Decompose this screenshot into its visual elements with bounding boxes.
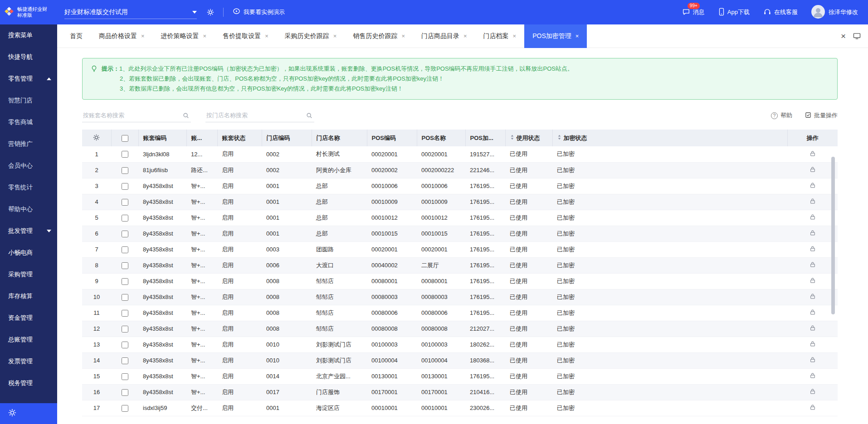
lock-icon[interactable] (809, 214, 816, 220)
sidebar-item-11[interactable]: 采购管理 (0, 264, 57, 285)
tab-item-4[interactable]: 采购历史价跟踪× (277, 24, 345, 48)
select-all-checkbox[interactable] (122, 135, 128, 142)
tips-panel: 提示：1、此处列示企业下所有已注册POS编码（加密状态为已加密），如果出现系统重… (82, 58, 838, 100)
lock-icon[interactable] (809, 404, 816, 410)
sidebar-item-0[interactable]: 搜索菜单 (0, 24, 57, 46)
tab-item-8[interactable]: POS加密管理× (524, 24, 587, 48)
tab-close-icon[interactable]: × (203, 33, 207, 39)
lock-icon[interactable] (809, 166, 816, 173)
tab-item-2[interactable]: 进价策略设置× (153, 24, 215, 48)
table-row: 88y4358x8st智+...启用0006大渡口00040002二展厅1761… (82, 257, 838, 273)
messages-button[interactable]: 99+ 消息 (682, 8, 705, 17)
app-download-button[interactable]: App下载 (718, 8, 750, 17)
tab-close-icon[interactable]: × (463, 33, 467, 39)
lock-icon[interactable] (809, 341, 816, 347)
tab-item-5[interactable]: 销售历史价跟踪× (345, 24, 413, 48)
row-checkbox[interactable] (122, 151, 128, 158)
row-checkbox[interactable] (122, 183, 128, 190)
sidebar-item-label: 营销推广 (8, 140, 33, 147)
row-checkbox[interactable] (122, 357, 128, 364)
sidebar-item-15[interactable]: 发票管理 (0, 351, 57, 372)
lock-icon[interactable] (809, 357, 816, 363)
scrollbar-thumb[interactable] (831, 157, 835, 314)
tab-close-icon[interactable]: × (575, 33, 579, 39)
lock-icon[interactable] (809, 261, 816, 268)
sidebar-item-8[interactable]: 帮助中心 (0, 198, 57, 220)
row-checkbox[interactable] (122, 215, 128, 222)
tab-close-icon[interactable]: × (333, 33, 337, 39)
lock-icon[interactable] (809, 293, 816, 299)
sidebar-settings-button[interactable] (0, 403, 57, 424)
row-checkbox[interactable] (122, 231, 128, 237)
row-checkbox[interactable] (122, 167, 128, 174)
row-checkbox[interactable] (122, 246, 128, 253)
user-menu[interactable]: 徐泽华修改 (811, 5, 858, 20)
row-checkbox[interactable] (122, 262, 128, 269)
tab-item-7[interactable]: 门店档案× (475, 24, 525, 48)
lock-icon[interactable] (809, 309, 816, 315)
row-checkbox[interactable] (122, 389, 128, 396)
sidebar-item-7[interactable]: 零售统计 (0, 177, 57, 198)
sidebar-item-4[interactable]: 零售商城 (0, 111, 57, 133)
sidebar-item-6[interactable]: 会员中心 (0, 155, 57, 177)
demo-button[interactable]: 我要看实例演示 (233, 8, 285, 17)
row-checkbox[interactable] (122, 278, 128, 285)
search-icon[interactable] (181, 112, 191, 119)
lock-icon[interactable] (809, 246, 816, 252)
cell-pos_name: 00010012 (417, 210, 465, 226)
online-service-button[interactable]: 在线客服 (763, 8, 798, 17)
tab-item-0[interactable]: 首页 (62, 24, 91, 48)
row-checkbox[interactable] (122, 405, 128, 412)
column-settings-gear-icon[interactable] (82, 130, 111, 146)
row-checkbox[interactable] (122, 199, 128, 206)
close-all-tabs-button[interactable]: × (841, 32, 846, 40)
lock-icon[interactable] (809, 372, 816, 379)
column-header-encrypt_status[interactable]: 加密状态 (552, 130, 787, 146)
tab-item-1[interactable]: 商品价格设置× (91, 24, 153, 48)
tab-item-6[interactable]: 门店商品目录× (413, 24, 475, 48)
cell-account_name: 智+... (186, 194, 217, 210)
sort-icon[interactable] (510, 135, 514, 141)
cell-encrypt_status: 已加密 (552, 226, 787, 241)
sidebar-item-10[interactable]: 小畅电商 (0, 242, 57, 264)
sidebar-item-12[interactable]: 库存核算 (0, 285, 57, 307)
tab-close-icon[interactable]: × (513, 33, 517, 39)
help-button[interactable]: ? 帮助 (771, 111, 792, 120)
row-checkbox[interactable] (122, 326, 128, 332)
tab-close-icon[interactable]: × (141, 33, 145, 39)
sidebar-item-1[interactable]: 快捷导航 (0, 46, 57, 68)
org-selector-dropdown[interactable]: 好业财标准版交付试用 (64, 5, 197, 19)
row-checkbox[interactable] (122, 373, 128, 380)
row-checkbox[interactable] (122, 294, 128, 301)
tab-close-icon[interactable]: × (401, 33, 405, 39)
lock-icon[interactable] (809, 277, 816, 284)
lock-icon[interactable] (809, 150, 816, 157)
sidebar-item-13[interactable]: 资金管理 (0, 307, 57, 329)
settings-gear-button[interactable] (207, 9, 214, 16)
row-checkbox[interactable] (122, 342, 128, 348)
sidebar-item-3[interactable]: 智慧门店 (0, 90, 57, 111)
lock-icon[interactable] (809, 230, 816, 236)
batch-operation-button[interactable]: 批量操作 (805, 111, 838, 120)
sidebar-item-2[interactable]: 零售管理 (0, 68, 57, 90)
sidebar-item-14[interactable]: 总账管理 (0, 329, 57, 351)
lock-icon[interactable] (809, 388, 816, 395)
lock-icon[interactable] (809, 198, 816, 204)
sort-icon[interactable] (557, 135, 561, 141)
row-checkbox[interactable] (122, 310, 128, 317)
sidebar-item-9[interactable]: 批发管理 (0, 220, 57, 242)
tab-item-3[interactable]: 售价提取设置× (215, 24, 277, 48)
sidebar-item-5[interactable]: 营销推广 (0, 133, 57, 155)
account-search-input[interactable] (82, 111, 181, 119)
sidebar-item-16[interactable]: 税务管理 (0, 372, 57, 394)
lock-icon[interactable] (809, 325, 816, 331)
fullscreen-icon[interactable] (853, 33, 861, 39)
store-search-input[interactable] (205, 111, 304, 119)
cell-account_code: 8y4358x8st (138, 289, 186, 305)
cell-pos_name: 00020001 (417, 241, 465, 257)
search-icon[interactable] (304, 112, 314, 119)
column-header-use_status[interactable]: 使用状态 (505, 130, 552, 146)
tab-close-icon[interactable]: × (265, 33, 268, 39)
table-scrollbar[interactable] (831, 157, 835, 410)
lock-icon[interactable] (809, 182, 816, 188)
